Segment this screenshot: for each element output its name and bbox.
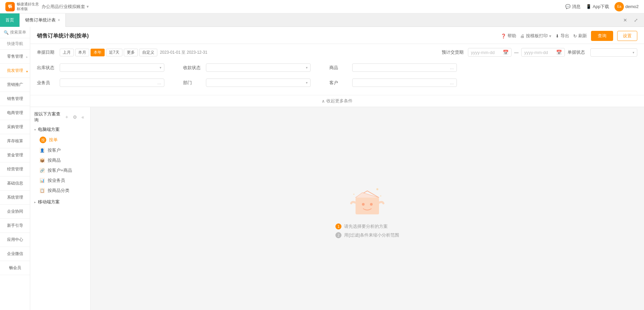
- expected-date-end-input[interactable]: yyyy-mm-dd 📅: [521, 48, 565, 57]
- delivery-label: 出库状态: [37, 65, 57, 71]
- sidebar-item-newbie[interactable]: 新手引导: [0, 219, 30, 233]
- sidebar-item-purchase[interactable]: 采购管理: [0, 120, 30, 134]
- salesperson-input[interactable]: …: [60, 79, 164, 87]
- export-icon: ⬇: [555, 34, 559, 39]
- scheme-item-by-customer[interactable]: 👤 按客户: [32, 145, 89, 155]
- filter-area: 单据日期 上月 本月 本年 近7天 更多 自定义 2023-01-01 至 20…: [30, 44, 644, 107]
- empty-step-2: 2 用[过滤]条件来缩小分析范围: [335, 232, 399, 238]
- empty-step-1: 1 请先选择要分析的方案: [335, 223, 399, 229]
- page-actions: ❓ 帮助 🖨 按模板打印 ▾ ⬇ 导出 ↻ 刷新 查询 设置: [501, 31, 637, 41]
- sidebar-item-ecommerce[interactable]: 电商管理: [0, 106, 30, 120]
- settings-button[interactable]: 设置: [617, 31, 637, 41]
- status-dropdown-icon: ▾: [633, 51, 634, 54]
- query-button[interactable]: 查询: [591, 31, 613, 41]
- date-btn-this-month[interactable]: 本月: [75, 49, 89, 56]
- sidebar-item-basic[interactable]: 基础信息: [0, 176, 30, 191]
- top-bar: 畅 畅捷通好生意 标准版 办公用品行业模拟账套 ▾ 💬 消息 📱 App下载 E…: [0, 0, 644, 13]
- help-button[interactable]: ❓ 帮助: [501, 33, 516, 39]
- chevron-down-icon: ▾: [34, 128, 36, 132]
- logo-icon: 畅: [5, 2, 15, 11]
- logo-area: 畅 畅捷通好生意 标准版: [5, 2, 39, 11]
- expected-date-label: 预计交货期: [442, 49, 465, 55]
- sidebar-shortcut[interactable]: 快捷导航: [0, 38, 30, 50]
- window-expand-icon[interactable]: ⤢: [632, 16, 640, 24]
- payment-select[interactable]: ▾: [206, 63, 311, 72]
- scheme-item-by-order[interactable]: 按 按单: [32, 135, 89, 145]
- sidebar-item-sales[interactable]: 销售管理: [0, 92, 30, 106]
- scheme-add-button[interactable]: ＋: [63, 114, 70, 120]
- status-select[interactable]: ▾: [590, 48, 637, 57]
- scheme-item-by-salesperson[interactable]: 📊 按业务员: [32, 175, 89, 186]
- customer-input[interactable]: …: [352, 79, 457, 87]
- sidebar-item-wholesale[interactable]: 批发管理 ▴: [0, 64, 30, 78]
- customer-label: 客户: [329, 80, 350, 86]
- empty-steps: 1 请先选择要分析的方案 2 用[过滤]条件来缩小分析范围: [335, 223, 399, 238]
- status-label: 单据状态: [568, 49, 588, 55]
- sidebar-item-wechat[interactable]: 企业微信: [0, 247, 30, 261]
- date-btn-last-month[interactable]: 上月: [60, 49, 74, 56]
- delivery-select[interactable]: ▾: [60, 63, 164, 72]
- salesperson-label: 业务员: [37, 80, 57, 86]
- tab-bar-end: ✕ ⤢: [621, 16, 644, 24]
- tab-close-icon[interactable]: ×: [58, 18, 60, 22]
- sidebar-item-operations[interactable]: 经营管理: [0, 162, 30, 176]
- scheme-collapse-button[interactable]: «: [79, 114, 86, 120]
- user-menu[interactable]: Ea demo2: [614, 2, 639, 11]
- step-1-number: 1: [335, 223, 341, 229]
- sidebar-search[interactable]: 🔍 搜索菜单: [0, 27, 30, 38]
- breadcrumb[interactable]: 办公用品行业模拟账套 ▾: [42, 4, 89, 10]
- scheme-active-dot: 按: [40, 137, 46, 143]
- sidebar-item-finance[interactable]: 资金管理: [0, 148, 30, 162]
- chevron-up-icon: ∧: [322, 99, 325, 104]
- scheme-group-mobile-header[interactable]: ▸ 移动端方案: [30, 197, 90, 207]
- svg-point-5: [370, 203, 373, 206]
- scheme-group-pc-header[interactable]: ▾ 电脑端方案: [30, 124, 90, 135]
- print-icon: 🖨: [520, 34, 525, 39]
- content: 销售订单统计表(按单) ❓ 帮助 🖨 按模板打印 ▾ ⬇ 导出 ↻ 刷新: [30, 27, 644, 310]
- message-button[interactable]: 💬 消息: [565, 4, 581, 10]
- step-2-number: 2: [335, 232, 341, 238]
- scheme-chart-icon: 📊: [40, 178, 45, 183]
- goods-more-icon: …: [450, 65, 454, 70]
- dept-select[interactable]: ▾: [206, 79, 311, 87]
- tab-home[interactable]: 首页: [0, 13, 20, 27]
- sidebar-item-retail[interactable]: 零售管理 ▸: [0, 50, 30, 64]
- scheme-header: 按以下方案查询 ＋ ⚙ «: [30, 110, 90, 124]
- tab-active[interactable]: 销售订单统计表 ×: [20, 13, 66, 27]
- sidebar-item-member[interactable]: 畅会员: [0, 261, 30, 275]
- goods-input[interactable]: …: [352, 63, 457, 72]
- date-btn-this-year[interactable]: 本年: [91, 49, 105, 56]
- expected-date-start-input[interactable]: yyyy-mm-dd 📅: [468, 48, 512, 57]
- sidebar-item-marketing[interactable]: 营销推广: [0, 78, 30, 92]
- svg-rect-0: [356, 198, 379, 214]
- export-button[interactable]: ⬇ 导出: [555, 33, 569, 39]
- date-btn-7days[interactable]: 近7天: [106, 49, 122, 56]
- scheme-panel: 按以下方案查询 ＋ ⚙ « ▾ 电脑端方案 按 按单: [30, 107, 91, 310]
- collapse-button[interactable]: ∧ 收起更多条件: [30, 95, 644, 107]
- top-bar-right: 💬 消息 📱 App下载 Ea demo2: [565, 2, 639, 11]
- template-print-button[interactable]: 🖨 按模板打印 ▾: [520, 33, 551, 39]
- sidebar-item-inventory[interactable]: 库存核算: [0, 134, 30, 148]
- sidebar-item-system[interactable]: 系统管理: [0, 191, 30, 205]
- goods-label: 商品: [329, 65, 350, 71]
- empty-state: 1 请先选择要分析的方案 2 用[过滤]条件来缩小分析范围: [335, 179, 399, 238]
- sidebar-item-appstore[interactable]: 应用中心: [0, 233, 30, 247]
- scheme-table-icon: 📋: [40, 188, 45, 193]
- avatar: Ea: [614, 2, 624, 11]
- logo-text: 畅捷通好生意 标准版: [17, 2, 39, 11]
- tab-bar: 首页 销售订单统计表 × ✕ ⤢: [0, 13, 644, 27]
- scheme-edit-button[interactable]: ⚙: [71, 114, 78, 120]
- window-close-icon[interactable]: ✕: [621, 16, 629, 24]
- date-btn-more[interactable]: 更多: [124, 49, 138, 56]
- app-download-button[interactable]: 📱 App下载: [586, 4, 609, 10]
- empty-illustration: [347, 179, 387, 219]
- svg-point-3: [353, 194, 355, 195]
- main-layout: 🔍 搜索菜单 快捷导航 零售管理 ▸ 批发管理 ▴ 营销推广 销售管理 电商管理…: [0, 27, 644, 310]
- refresh-button[interactable]: ↻ 刷新: [573, 33, 587, 39]
- scheme-item-by-goods[interactable]: 📦 按商品: [32, 155, 89, 165]
- date-btn-custom[interactable]: 自定义: [139, 49, 157, 56]
- payment-dropdown-icon: ▾: [306, 66, 308, 69]
- scheme-item-by-goods-category[interactable]: 📋 按商品分类: [32, 186, 89, 196]
- scheme-item-by-customer-goods[interactable]: 🔗 按客户+商品: [32, 165, 89, 175]
- sidebar-item-enterprise[interactable]: 企业协同: [0, 205, 30, 219]
